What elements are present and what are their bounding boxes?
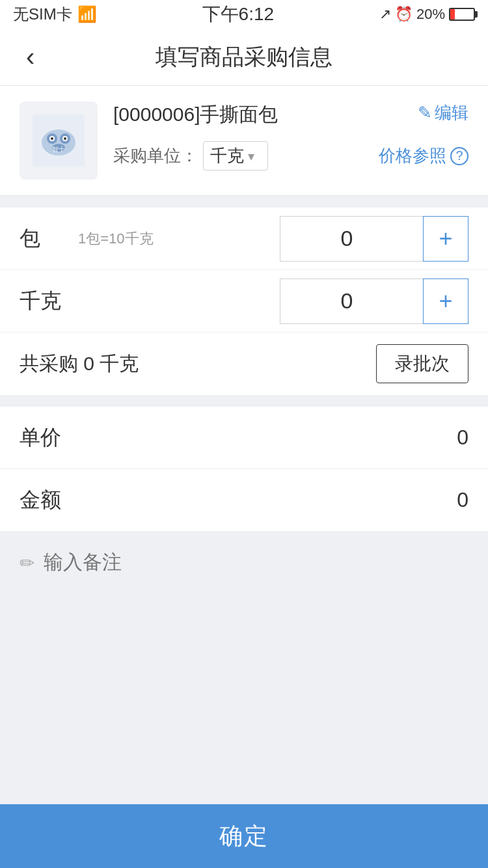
summary-text: 共采购 0 千克 [20,351,139,377]
pencil-icon: ✏ [20,552,34,574]
carrier-text: 无SIM卡 [13,4,72,25]
bag-section: 包 1包=10千克 + [0,208,488,270]
bag-input-group: + [280,216,468,262]
kg-input-group: + [280,278,468,324]
summary-row: 共采购 0 千克 录批次 [0,332,488,395]
amount-row: 金额 0 [0,469,488,532]
svg-point-6 [64,137,66,140]
location-icon: ↗ [379,6,391,23]
product-logo: 智十 [33,115,85,167]
price-ref-button[interactable]: 价格参照 ? [379,144,468,167]
record-batch-button[interactable]: 录批次 [376,344,468,383]
unit-price-value: 0 [457,426,468,450]
note-section: ✏ [0,532,488,610]
svg-text:智十: 智十 [52,146,65,153]
kg-section: 千克 + [0,270,488,332]
kg-plus-button[interactable]: + [423,278,468,324]
kg-quantity-input[interactable] [280,278,423,324]
edit-button[interactable]: ✎ 编辑 [418,102,468,124]
wifi-icon: 📶 [77,5,97,23]
amount-value: 0 [457,488,468,512]
bag-sub-label: 1包=10千克 [78,229,154,249]
bag-row: 包 1包=10千克 + [0,208,488,270]
confirm-button[interactable]: 确定 [0,804,488,868]
page-title: 填写商品采购信息 [156,42,332,72]
info-icon: ? [450,147,468,165]
nav-bar: ‹ 填写商品采购信息 [0,29,488,86]
edit-icon: ✎ [418,103,432,123]
note-input[interactable] [44,551,468,573]
price-section: 单价 0 金额 0 [0,407,488,532]
unit-label: 采购单位： [113,144,198,167]
back-button[interactable]: ‹ [20,36,41,78]
chevron-down-icon: ▾ [248,148,254,164]
bag-label: 包 [20,224,72,253]
bag-plus-button[interactable]: + [423,216,468,262]
unit-select[interactable]: 千克 ▾ [203,141,268,170]
unit-price-row: 单价 0 [0,407,488,469]
product-card: 智十 [0000006]手撕面包 ✎ 编辑 采购单位： 千克 ▾ 价格参照 [0,86,488,196]
svg-point-5 [51,137,53,140]
battery-icon [449,8,475,21]
status-time: 下午6:12 [202,2,275,27]
bag-quantity-input[interactable] [280,216,423,262]
unit-price-label: 单价 [20,424,61,452]
kg-label: 千克 [20,287,72,316]
amount-label: 金额 [20,486,61,515]
alarm-icon: ⏰ [395,6,413,23]
kg-row: 千克 + [0,270,488,332]
section-separator-2 [0,395,488,407]
status-right: ↗ ⏰ 20% [379,6,475,23]
product-unit-row: 采购单位： 千克 ▾ 价格参照 ? [113,141,468,170]
product-info: [0000006]手撕面包 ✎ 编辑 采购单位： 千克 ▾ 价格参照 ? [98,102,468,170]
section-separator-1 [0,196,488,208]
product-name: [0000006]手撕面包 [113,102,278,128]
status-bar: 无SIM卡 📶 下午6:12 ↗ ⏰ 20% [0,0,488,29]
price-ref-label: 价格参照 [379,144,446,167]
battery-percent: 20% [416,6,445,23]
product-header: [0000006]手撕面包 ✎ 编辑 [113,102,468,128]
status-left: 无SIM卡 📶 [13,4,97,25]
product-image: 智十 [20,102,98,180]
